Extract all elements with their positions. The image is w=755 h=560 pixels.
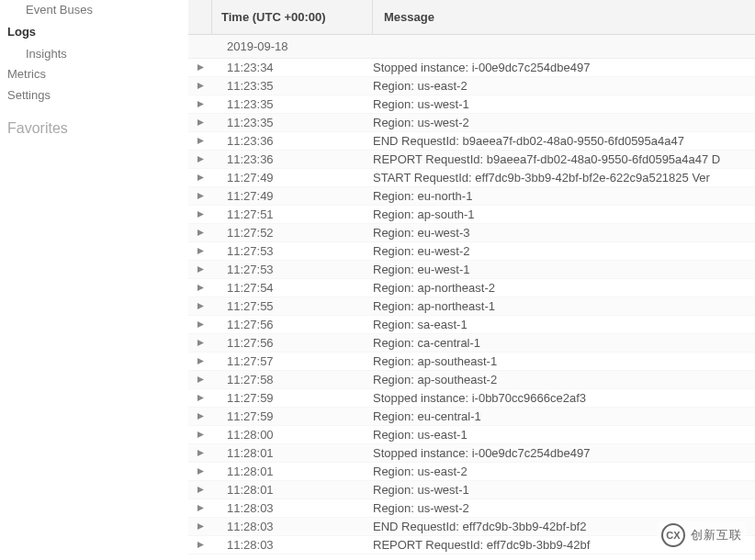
- svg-marker-0: [197, 64, 204, 71]
- log-row[interactable]: 11:27:58Region: ap-southeast-2: [188, 371, 755, 389]
- expand-row-icon[interactable]: [188, 431, 212, 438]
- svg-marker-23: [197, 487, 204, 493]
- expand-row-icon[interactable]: [188, 101, 212, 107]
- expand-row-icon[interactable]: [188, 358, 212, 364]
- log-row[interactable]: 11:28:01Region: us-west-1: [188, 481, 755, 499]
- sidebar-item-label: Logs: [7, 25, 36, 39]
- message-cell: Region: us-east-2: [373, 465, 755, 478]
- log-row[interactable]: 11:27:56Region: ca-central-1: [188, 334, 755, 353]
- expand-row-icon[interactable]: [188, 156, 212, 162]
- log-row[interactable]: 11:23:36REPORT RequestId: b9aeea7f-db02-…: [188, 151, 755, 169]
- expand-row-icon[interactable]: [188, 83, 212, 89]
- expand-row-icon[interactable]: [188, 266, 212, 273]
- log-row[interactable]: 11:23:34Stopped instance: i-00e9dc7c254d…: [188, 59, 755, 77]
- expand-row-icon[interactable]: [188, 248, 212, 254]
- svg-marker-4: [197, 138, 204, 144]
- time-cell: 11:27:53: [212, 244, 373, 258]
- time-cell: 11:28:01: [212, 446, 373, 460]
- expand-row-icon[interactable]: [188, 505, 212, 511]
- expand-row-icon[interactable]: [188, 395, 212, 401]
- svg-marker-6: [197, 174, 204, 181]
- message-cell: Region: sa-east-1: [373, 318, 755, 331]
- message-cell: Region: ap-northeast-1: [373, 299, 755, 313]
- log-row[interactable]: 11:27:53Region: eu-west-1: [188, 261, 755, 279]
- message-cell: Region: ap-southeast-2: [373, 373, 755, 386]
- log-row[interactable]: 11:27:49Region: eu-north-1: [188, 187, 755, 206]
- expand-row-icon[interactable]: [188, 303, 212, 309]
- expand-row-icon[interactable]: [188, 468, 212, 475]
- time-cell: 11:28:03: [212, 538, 373, 552]
- svg-marker-18: [197, 395, 204, 401]
- log-row[interactable]: 11:27:54Region: ap-northeast-2: [188, 279, 755, 297]
- log-row[interactable]: 11:27:55Region: ap-northeast-1: [188, 297, 755, 316]
- log-row[interactable]: 11:27:49START RequestId: eff7dc9b-3bb9-4…: [188, 169, 755, 187]
- expand-row-icon[interactable]: [188, 321, 212, 328]
- expand-row-icon[interactable]: [188, 119, 212, 126]
- sidebar-item-logs[interactable]: Logs: [0, 19, 188, 44]
- time-cell: 11:27:49: [212, 189, 373, 203]
- svg-marker-25: [197, 523, 204, 530]
- sidebar-item-event-buses[interactable]: Event Buses: [0, 0, 188, 19]
- expand-row-icon[interactable]: [188, 376, 212, 383]
- expand-row-icon[interactable]: [188, 211, 212, 218]
- message-cell: Stopped instance: i-00e9dc7c254dbe497: [373, 61, 755, 74]
- time-cell: 11:28:01: [212, 465, 373, 478]
- time-cell: 11:23:35: [212, 116, 373, 129]
- expand-row-icon[interactable]: [188, 64, 212, 71]
- time-cell: 11:28:01: [212, 483, 373, 497]
- expand-row-icon[interactable]: [188, 487, 212, 493]
- sidebar-item-settings[interactable]: Settings: [0, 84, 188, 106]
- log-row[interactable]: 11:27:59Region: eu-central-1: [188, 408, 755, 426]
- expand-row-icon[interactable]: [188, 523, 212, 530]
- time-column-header[interactable]: Time (UTC +00:00): [212, 0, 373, 34]
- svg-marker-14: [197, 321, 204, 328]
- expand-row-icon[interactable]: [188, 542, 212, 548]
- svg-marker-11: [197, 266, 204, 273]
- svg-marker-9: [197, 230, 204, 236]
- time-cell: 11:23:35: [212, 79, 373, 93]
- expand-row-icon[interactable]: [188, 138, 212, 144]
- time-cell: 11:23:34: [212, 61, 373, 74]
- message-column-header[interactable]: Message: [373, 0, 755, 34]
- message-cell: Region: us-west-1: [373, 97, 755, 111]
- log-row[interactable]: 11:27:57Region: ap-southeast-1: [188, 353, 755, 371]
- log-row[interactable]: 11:27:56Region: sa-east-1: [188, 316, 755, 334]
- sidebar-item-insights[interactable]: Insights: [0, 44, 188, 63]
- log-row[interactable]: 11:28:01Stopped instance: i-00e9dc7c254d…: [188, 444, 755, 463]
- message-cell: Region: eu-north-1: [373, 189, 755, 203]
- time-cell: 11:23:36: [212, 134, 373, 148]
- message-cell: Region: us-east-2: [373, 79, 755, 93]
- sidebar: Event BusesLogsInsightsMetricsSettings F…: [0, 0, 188, 560]
- log-row[interactable]: 11:23:35Region: us-west-1: [188, 95, 755, 114]
- log-row[interactable]: 11:23:35Region: us-east-2: [188, 77, 755, 95]
- time-cell: 11:28:03: [212, 501, 373, 515]
- expand-row-icon[interactable]: [188, 285, 212, 291]
- log-row[interactable]: 11:28:01Region: us-east-2: [188, 463, 755, 481]
- log-row[interactable]: 11:23:35Region: us-west-2: [188, 114, 755, 132]
- expand-row-icon[interactable]: [188, 193, 212, 199]
- log-row[interactable]: 11:27:51Region: ap-south-1: [188, 206, 755, 224]
- log-row[interactable]: 11:23:36END RequestId: b9aeea7f-db02-48a…: [188, 132, 755, 151]
- time-cell: 11:27:59: [212, 391, 373, 405]
- svg-marker-7: [197, 193, 204, 199]
- time-cell: 11:27:49: [212, 171, 373, 185]
- favorites-label: Favorites: [0, 106, 188, 137]
- expand-row-icon[interactable]: [188, 230, 212, 236]
- logs-panel: Time (UTC +00:00) Message 2019-09-18 11:…: [188, 0, 755, 560]
- sidebar-item-metrics[interactable]: Metrics: [0, 63, 188, 84]
- log-row[interactable]: 11:27:53Region: eu-west-2: [188, 242, 755, 261]
- message-cell: Region: us-west-2: [373, 501, 755, 515]
- svg-marker-17: [197, 376, 204, 383]
- expand-row-icon[interactable]: [188, 174, 212, 181]
- log-row[interactable]: 11:28:03Region: us-west-2: [188, 499, 755, 518]
- expand-row-icon[interactable]: [188, 450, 212, 456]
- log-row[interactable]: 11:27:52Region: eu-west-3: [188, 224, 755, 242]
- svg-marker-26: [197, 542, 204, 548]
- message-cell: Stopped instance: i-0bb70cc9666ce2af3: [373, 391, 755, 405]
- message-cell: Region: ap-south-1: [373, 207, 755, 221]
- log-row[interactable]: 11:28:00Region: us-east-1: [188, 426, 755, 444]
- svg-marker-12: [197, 285, 204, 291]
- expand-row-icon[interactable]: [188, 340, 212, 346]
- log-row[interactable]: 11:27:59Stopped instance: i-0bb70cc9666c…: [188, 389, 755, 408]
- expand-row-icon[interactable]: [188, 413, 212, 420]
